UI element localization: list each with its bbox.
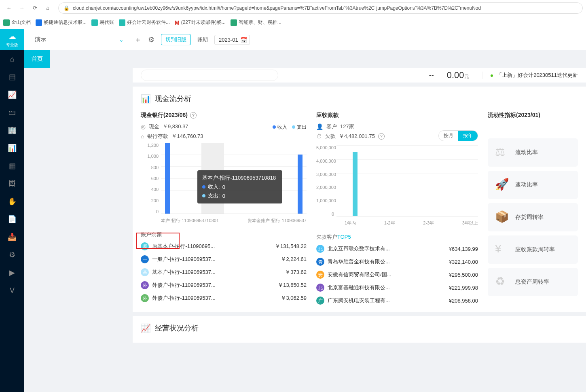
search-pill[interactable] (141, 70, 278, 81)
debt-list: 北北京互帮联众数字技术有...¥634,139.99 青青岛华胜普金科技有限公.… (316, 245, 478, 305)
operation-card: 📈 经营状况分析 (133, 316, 586, 343)
summary-dash: -- (429, 71, 434, 80)
period-label: 账期 (197, 36, 208, 43)
bookmark-item[interactable]: 智能票、财、税推... (231, 19, 281, 26)
metric-card[interactable]: ♻总资产周转率 (488, 268, 578, 296)
bookmark-item[interactable]: 好会计云财务软件... (119, 19, 170, 26)
box-icon: 📦 (495, 210, 510, 225)
tab-home[interactable]: 首页 (24, 50, 50, 68)
home-button[interactable]: ⌂ (42, 2, 53, 14)
app-logo[interactable]: ☁ 专业版 (0, 29, 24, 50)
news-ticker[interactable]: 「上新」好会计20230511迭代更新 (482, 72, 578, 79)
bar-ar[interactable] (353, 152, 358, 216)
bookmarks-bar: 金山文档 畅捷通信息技术股... 易代账 好会计云财务软件... M(227封未… (0, 16, 586, 29)
customer-badge: 北 (316, 284, 324, 292)
rocket-icon: 🚀 (495, 178, 510, 192)
status-dot-icon (491, 74, 493, 77)
balance-row[interactable]: 外外债户-招行-1109069537...￥3,062.59 (141, 294, 307, 302)
lock-icon: 🔒 (63, 5, 70, 11)
summary-strip: -- 0.00元 「上新」好会计20230511迭代更新 (133, 68, 586, 83)
bar-income[interactable] (165, 143, 170, 214)
help-icon[interactable]: ? (190, 112, 197, 119)
bookmark-item[interactable]: 金山文档 (3, 19, 31, 26)
money-icon: ¥ (495, 242, 510, 257)
bookmark-icon (3, 19, 10, 26)
balance-row[interactable]: 外外债户-招行-1109069537...￥13,650.52 (141, 281, 307, 289)
bar-income[interactable] (298, 155, 303, 214)
old-version-button[interactable]: 切到旧版 (161, 34, 191, 45)
chart-tooltip: 基本户-招行-110906953710818 收入: 0 支出: 0 (197, 170, 282, 203)
liquidity-panel: 流动性指标(2023/01) ⚖流动比率 🚀速动比率 📦存货周转率 ¥应收账款周… (488, 112, 578, 305)
toggle-month[interactable]: 按月 (439, 131, 458, 141)
top-header: 演示 ⌄ ＋ ⚙ 切到旧版 账期 2023-01 📅 (24, 29, 586, 50)
toggle-year[interactable]: 按年 (458, 131, 478, 141)
reload-button[interactable]: ⟳ (29, 2, 40, 14)
nav-gear-icon[interactable]: ⚙ (0, 246, 24, 264)
ar-bar-chart[interactable]: 5,000,000 4,000,000 3,000,000 2,000,000 … (316, 145, 478, 226)
bookmark-item[interactable]: 易代账 (91, 19, 114, 26)
bookmark-icon (91, 19, 98, 26)
metric-card[interactable]: ⚖流动比率 (488, 138, 578, 167)
nav-jar-icon[interactable]: 🗃 (0, 104, 24, 121)
customer-badge: 北 (316, 245, 324, 253)
trend-icon: 📈 (141, 323, 151, 333)
debt-row[interactable]: 北北京富基融通科技有限公...¥221,999.98 (316, 284, 478, 292)
calendar-icon: 📅 (240, 37, 247, 43)
barchart-icon: 📊 (141, 94, 151, 104)
nav-voucher-icon[interactable]: ▤ (0, 68, 24, 86)
org-selector[interactable]: 演示 ⌄ (31, 33, 128, 46)
balance-row[interactable]: 一一般户-招行-1109069537...￥2,224.61 (141, 255, 307, 263)
nav-form-icon[interactable]: ▦ (0, 157, 24, 175)
nav-report-icon[interactable]: 📊 (0, 139, 24, 157)
metric-card[interactable]: ¥应收账款周转率 (488, 235, 578, 264)
nav-chart-icon[interactable]: 📈 (0, 86, 24, 104)
cash-bank-panel: 现金银行(2023/06) ? ◎ 现金 ￥9,830.37 ⌂ 银行存款 (141, 112, 307, 305)
debt-row[interactable]: 安安徽有信商贸有限公司/国...¥295,500.00 (316, 271, 478, 279)
edition-label: 专业版 (6, 42, 18, 48)
balance-list: 原原基本户-招行-11090695...￥131,548.22 一一般户-招行-… (141, 242, 307, 302)
plus-icon[interactable]: ＋ (134, 35, 142, 44)
chevron-down-icon: ⌄ (119, 36, 124, 43)
bookmark-icon: M (175, 19, 180, 26)
bookmark-icon (119, 19, 125, 26)
help-icon[interactable]: ? (378, 133, 385, 140)
ratio-icon: ⚖ (495, 145, 510, 160)
card-title: 经营状况分析 (155, 323, 199, 333)
period-picker[interactable]: 2023-01 📅 (214, 35, 250, 45)
debt-row[interactable]: 青青岛华胜普金科技有限公...¥322,140.00 (316, 258, 478, 266)
customer-icon: 👤 (316, 123, 323, 130)
nav-inbox-icon[interactable]: 📥 (0, 228, 24, 246)
debt-row[interactable]: 广广东腾安机电安装工程有...¥208,958.00 (316, 297, 478, 305)
bookmark-item[interactable]: M(227封未读邮件)畅... (175, 19, 226, 26)
nav-v-icon[interactable]: V (0, 282, 24, 299)
account-badge: 一 (141, 255, 149, 263)
forward-button[interactable]: → (16, 2, 28, 14)
customer-badge: 青 (316, 258, 324, 266)
nav-pic-icon[interactable]: 🖼 (0, 175, 24, 193)
address-bar[interactable]: 🔒 cloud.chanjet.com/accounting/uw1eb00zy… (58, 2, 583, 14)
card-title: 现金流分析 (155, 94, 191, 104)
back-button[interactable]: ← (3, 2, 15, 14)
nav-hand-icon[interactable]: ✋ (0, 193, 24, 210)
clock-icon: ⏱ (316, 133, 322, 140)
nav-doc-icon[interactable]: 📄 (0, 210, 24, 228)
customer-badge: 广 (316, 297, 324, 305)
cash-bar-chart[interactable]: 1,200 1,000 800 600 400 200 0 (141, 143, 307, 224)
nav-building-icon[interactable]: 🏢 (0, 121, 24, 139)
metric-card[interactable]: 📦存货周转率 (488, 203, 578, 231)
account-badge: 外 (141, 294, 149, 302)
nav-home-icon[interactable]: ⌂ (0, 50, 24, 68)
account-badge: 外 (141, 281, 149, 289)
balance-row[interactable]: 基基本户-招行-1109069537...￥373.62 (141, 268, 307, 276)
bookmark-item[interactable]: 畅捷通信息技术股... (36, 19, 87, 26)
nav-video-icon[interactable]: ▶ (0, 264, 24, 282)
bank-icon: ⌂ (141, 133, 144, 140)
cloud-icon: ☁ (8, 32, 16, 41)
debt-row[interactable]: 北北京互帮联众数字技术有...¥634,139.99 (316, 245, 478, 253)
highlight-annotation (136, 233, 180, 249)
gear-icon[interactable]: ⚙ (148, 35, 154, 44)
cash-icon: ◎ (141, 123, 146, 130)
metric-card[interactable]: 🚀速动比率 (488, 171, 578, 199)
bookmark-icon (36, 19, 42, 26)
summary-zero-wrap: 0.00元 (447, 70, 469, 81)
